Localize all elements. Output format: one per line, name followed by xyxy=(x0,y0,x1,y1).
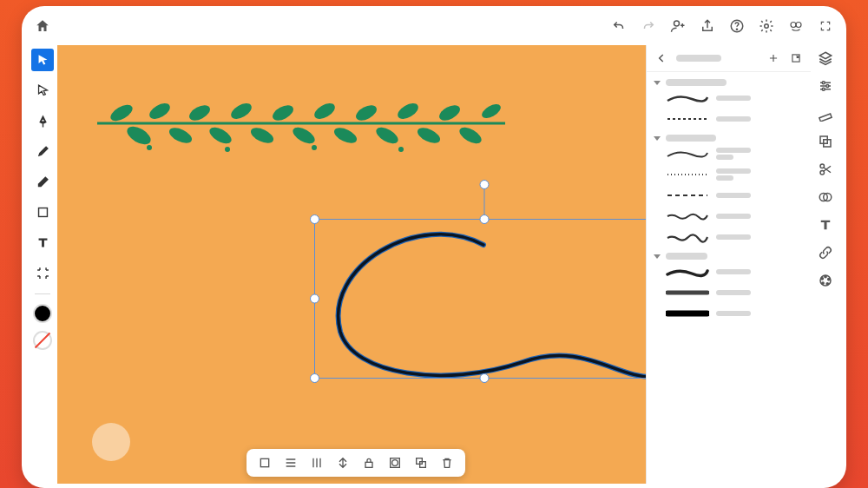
brush-row[interactable] xyxy=(654,282,804,303)
svg-point-60 xyxy=(822,282,824,284)
undo-icon[interactable] xyxy=(611,18,627,34)
group-header[interactable] xyxy=(654,251,804,261)
home-icon[interactable] xyxy=(35,18,50,34)
brush-row[interactable] xyxy=(654,88,804,109)
svg-point-27 xyxy=(480,102,503,121)
pencil-tool[interactable] xyxy=(31,140,54,162)
svg-point-2 xyxy=(736,29,737,30)
left-toolbar xyxy=(30,45,56,350)
combine-icon[interactable] xyxy=(818,134,833,149)
svg-point-5 xyxy=(796,23,801,28)
handle-ml[interactable] xyxy=(310,294,319,304)
fill-color-swatch[interactable] xyxy=(33,304,52,323)
svg-point-10 xyxy=(124,123,154,148)
svg-point-24 xyxy=(415,125,442,147)
context-toolbar xyxy=(247,449,465,477)
svg-point-59 xyxy=(826,283,828,285)
brush-row[interactable] xyxy=(654,109,804,129)
ruler-icon[interactable] xyxy=(818,106,833,122)
svg-point-11 xyxy=(147,100,173,122)
handle-bl[interactable] xyxy=(310,373,319,383)
canvas[interactable] xyxy=(57,45,654,484)
svg-point-17 xyxy=(270,102,296,124)
pathfinder-icon[interactable] xyxy=(818,189,833,205)
brush-group-artistic xyxy=(647,249,811,326)
vine-artwork xyxy=(97,97,505,158)
panel-body[interactable] xyxy=(647,72,811,484)
svg-point-58 xyxy=(828,278,830,280)
arrange-icon[interactable] xyxy=(335,455,351,471)
svg-point-21 xyxy=(353,102,379,124)
svg-point-20 xyxy=(332,125,358,147)
svg-point-4 xyxy=(791,23,796,28)
brush-row[interactable] xyxy=(654,143,804,164)
brush-row[interactable] xyxy=(654,206,804,227)
artboard-tool[interactable] xyxy=(31,261,54,284)
invite-icon[interactable] xyxy=(670,18,686,34)
type-tool[interactable] xyxy=(31,231,54,254)
direct-selection-tool[interactable] xyxy=(31,79,54,102)
lock-icon[interactable] xyxy=(361,455,377,471)
help-icon[interactable] xyxy=(729,18,745,34)
handle-bm[interactable] xyxy=(480,373,490,383)
svg-point-57 xyxy=(825,275,826,277)
distribute-icon[interactable] xyxy=(309,455,325,471)
stroke-color-swatch[interactable] xyxy=(33,331,52,350)
group-icon[interactable] xyxy=(413,455,429,471)
brush-row[interactable] xyxy=(654,164,804,185)
svg-point-6 xyxy=(42,119,43,121)
selection-bounding-box[interactable] xyxy=(314,219,654,379)
brush-row[interactable] xyxy=(654,261,804,282)
pen-tool[interactable] xyxy=(31,109,54,132)
properties-icon[interactable] xyxy=(818,78,833,94)
shape-tool[interactable] xyxy=(31,201,54,223)
group-header[interactable] xyxy=(654,77,804,88)
link-icon[interactable] xyxy=(818,245,833,260)
precision-icon[interactable] xyxy=(788,18,804,34)
brushes-panel xyxy=(646,45,811,484)
panel-title xyxy=(676,55,721,62)
app-window xyxy=(26,10,842,484)
svg-rect-33 xyxy=(365,462,372,467)
outline-icon[interactable] xyxy=(257,455,273,471)
settings-icon[interactable] xyxy=(759,18,774,34)
svg-rect-7 xyxy=(38,208,47,216)
svg-point-35 xyxy=(392,460,398,466)
back-icon[interactable] xyxy=(654,50,669,66)
tablet-frame xyxy=(22,6,846,488)
brush-group-basic xyxy=(647,76,811,131)
redo-icon xyxy=(641,18,656,34)
svg-point-30 xyxy=(312,145,317,150)
topbar xyxy=(26,10,842,42)
svg-point-16 xyxy=(248,125,275,147)
share-icon[interactable] xyxy=(700,18,715,34)
eraser-tool[interactable] xyxy=(31,170,54,193)
svg-point-22 xyxy=(373,124,400,147)
fullscreen-icon[interactable] xyxy=(818,18,833,34)
group-header[interactable] xyxy=(654,133,804,143)
align-icon[interactable] xyxy=(283,455,299,471)
brush-row[interactable] xyxy=(654,303,804,324)
scissors-icon[interactable] xyxy=(818,162,833,177)
export-icon[interactable] xyxy=(788,50,804,66)
rotate-handle[interactable] xyxy=(479,180,489,189)
mask-icon[interactable] xyxy=(387,455,403,471)
svg-point-46 xyxy=(822,82,825,84)
svg-point-61 xyxy=(821,278,823,280)
layers-icon[interactable] xyxy=(818,50,833,66)
svg-point-26 xyxy=(457,124,483,147)
touch-indicator xyxy=(92,423,130,461)
svg-point-12 xyxy=(167,125,194,147)
divider xyxy=(35,293,50,294)
handle-tm[interactable] xyxy=(480,214,490,224)
delete-icon[interactable] xyxy=(439,455,455,471)
selection-tool[interactable] xyxy=(31,49,54,71)
brush-row[interactable] xyxy=(654,185,804,206)
handle-tl[interactable] xyxy=(310,214,319,224)
svg-point-3 xyxy=(765,24,769,29)
add-icon[interactable] xyxy=(766,50,781,66)
brush-row[interactable] xyxy=(654,227,804,247)
type-panel-icon[interactable] xyxy=(818,217,833,233)
repeat-icon[interactable] xyxy=(818,273,833,288)
right-toolbar xyxy=(812,45,838,288)
